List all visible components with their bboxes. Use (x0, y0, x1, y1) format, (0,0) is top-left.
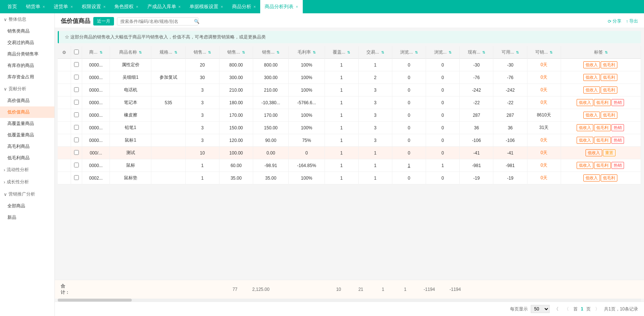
row-checkbox[interactable] (74, 125, 79, 130)
row-checkbox[interactable] (74, 75, 79, 79)
nav-permission[interactable]: 权限设置 × (77, 0, 110, 13)
nav-analysis[interactable]: 商品分析 × (228, 0, 260, 13)
share-button[interactable]: ⟳ 分享 (608, 18, 621, 24)
row-checkbox[interactable] (74, 163, 79, 167)
th-sales-profit[interactable]: 销售... ⇅ (253, 46, 289, 59)
sidebar-item-high-coverage[interactable]: 高覆盖量商品 (0, 118, 54, 129)
nav-analysis-list[interactable]: 商品分析列表 × (260, 0, 302, 13)
scrollbar-thumb[interactable] (58, 299, 132, 302)
th-saleable[interactable]: 可销... ⇅ (527, 46, 561, 59)
cell-checkbox[interactable] (71, 159, 82, 172)
cell-view1[interactable]: 0 (392, 147, 426, 159)
cell-view1[interactable]: 0 (392, 122, 426, 134)
th-sales-qty[interactable]: 销售... ⇅ (185, 46, 219, 59)
row-checkbox[interactable] (74, 175, 79, 180)
close-icon[interactable]: × (254, 4, 256, 9)
cell-checkbox[interactable] (71, 109, 82, 122)
sidebar-item-traded[interactable]: 交易过的商品 (0, 37, 54, 48)
cell-checkbox[interactable] (71, 59, 82, 71)
cell-view1[interactable]: 0 (392, 172, 426, 184)
cell-gear[interactable] (58, 84, 71, 96)
sidebar-item-all-products[interactable]: 全部商品 (0, 200, 54, 212)
close-icon[interactable]: × (178, 4, 181, 9)
sidebar-item-new-products[interactable]: 新品 (0, 212, 54, 223)
cell-gear[interactable] (58, 59, 71, 71)
sidebar-group-marketing[interactable]: ∨ 营销推广分析 (0, 188, 54, 200)
row-checkbox[interactable] (74, 112, 79, 117)
filter-button[interactable]: 近一月 (93, 17, 114, 26)
current-page-input[interactable]: 1 (581, 306, 583, 312)
cell-view1[interactable]: 0 (392, 134, 426, 147)
cell-checkbox[interactable] (71, 71, 82, 84)
export-button[interactable]: ↑ 导出 (626, 18, 638, 24)
sidebar-item-stock-capital[interactable]: 库存资金占用 (0, 71, 54, 83)
cell-view1[interactable]: 0 (392, 71, 426, 84)
sidebar-item-high-margin[interactable]: 高毛利商品 (0, 141, 54, 152)
sidebar-group-overall[interactable]: ∨ 整体信息 (0, 13, 54, 26)
prev-page-button[interactable]: 〈 (563, 306, 570, 312)
row-checkbox[interactable] (74, 150, 79, 155)
row-checkbox[interactable] (74, 100, 79, 105)
sidebar-item-low-coverage[interactable]: 低覆盖量商品 (0, 129, 54, 141)
sidebar-item-high-value[interactable]: 高价值商品 (0, 95, 54, 106)
sidebar-item-category-rate[interactable]: 商品分类销售率 (0, 48, 54, 60)
per-page-select[interactable]: 50 100 200 (531, 305, 550, 313)
nav-product-in[interactable]: 产成品入库单 × (143, 0, 185, 13)
close-icon[interactable]: × (296, 4, 298, 9)
cell-gear[interactable] (58, 134, 71, 147)
cell-view1[interactable]: 0 (392, 84, 426, 96)
nav-sales[interactable]: 销货单 × (21, 0, 49, 13)
close-icon[interactable]: × (70, 4, 73, 9)
sidebar-group-contribution[interactable]: ∨ 贡献分析 (0, 83, 54, 95)
cell-checkbox[interactable] (71, 172, 82, 184)
sidebar-item-low-margin[interactable]: 低毛利商品 (0, 152, 54, 164)
gear-icon[interactable]: ⚙ (62, 50, 66, 55)
cell-view1[interactable]: 0 (392, 96, 426, 109)
cell-checkbox[interactable] (71, 147, 82, 159)
th-spec[interactable]: 规格... ⇅ (151, 46, 185, 59)
cell-checkbox[interactable] (71, 84, 82, 96)
close-icon[interactable]: × (43, 4, 45, 9)
nav-template[interactable]: 单据模板设置 × (185, 0, 227, 13)
th-checkbox[interactable] (71, 46, 82, 59)
cell-checkbox[interactable] (71, 122, 82, 134)
cell-checkbox[interactable] (71, 96, 82, 109)
close-icon[interactable]: × (136, 4, 138, 9)
th-trade[interactable]: 交易... ⇅ (358, 46, 392, 59)
cell-gear[interactable] (58, 159, 71, 172)
cell-gear[interactable] (58, 172, 71, 184)
sidebar-item-sales-products[interactable]: 销售类商品 (0, 26, 54, 37)
th-sales-amount[interactable]: 销售... ⇅ (219, 46, 253, 59)
cell-view1[interactable]: 0 (392, 109, 426, 122)
cell-gear[interactable] (58, 109, 71, 122)
close-icon[interactable]: × (221, 4, 223, 9)
th-view1[interactable]: 浏览... ⇅ (392, 46, 426, 59)
th-code[interactable]: 商... ⇅ (82, 46, 110, 59)
cell-view1[interactable]: 1 (392, 159, 426, 172)
th-margin[interactable]: 毛利率 ⇅ (289, 46, 325, 59)
nav-home[interactable]: 首页 (3, 0, 21, 13)
cell-gear[interactable] (58, 122, 71, 134)
close-icon[interactable]: × (103, 4, 105, 9)
th-available[interactable]: 可用... ⇅ (493, 46, 527, 59)
sidebar-item-stock-products[interactable]: 有库存的商品 (0, 60, 54, 71)
cell-gear[interactable] (58, 71, 71, 84)
nav-purchase[interactable]: 进货单 × (49, 0, 77, 13)
cell-view1[interactable]: 0 (392, 59, 426, 71)
sidebar-item-low-value[interactable]: 低价值商品 (0, 106, 54, 118)
th-tags[interactable]: 标签 ⇅ (561, 46, 641, 59)
row-checkbox[interactable] (74, 137, 79, 142)
th-gear[interactable]: ⚙ (58, 46, 71, 59)
row-checkbox[interactable] (74, 87, 79, 92)
first-page-button[interactable]: 《 (553, 306, 560, 312)
th-current-stock[interactable]: 现有... ⇅ (460, 46, 493, 59)
row-checkbox[interactable] (74, 62, 79, 67)
select-all-checkbox[interactable] (74, 50, 79, 54)
sidebar-group-liquidity[interactable]: › 流动性分析 (0, 164, 54, 176)
horizontal-scrollbar[interactable] (58, 299, 641, 302)
cell-gear[interactable] (58, 96, 71, 109)
th-name[interactable]: 商品名称 ⇅ (110, 46, 151, 59)
next-page-button[interactable]: 〉 (594, 306, 601, 312)
search-icon[interactable]: 🔍 (194, 19, 199, 24)
th-coverage[interactable]: 覆盖... ⇅ (325, 46, 358, 59)
